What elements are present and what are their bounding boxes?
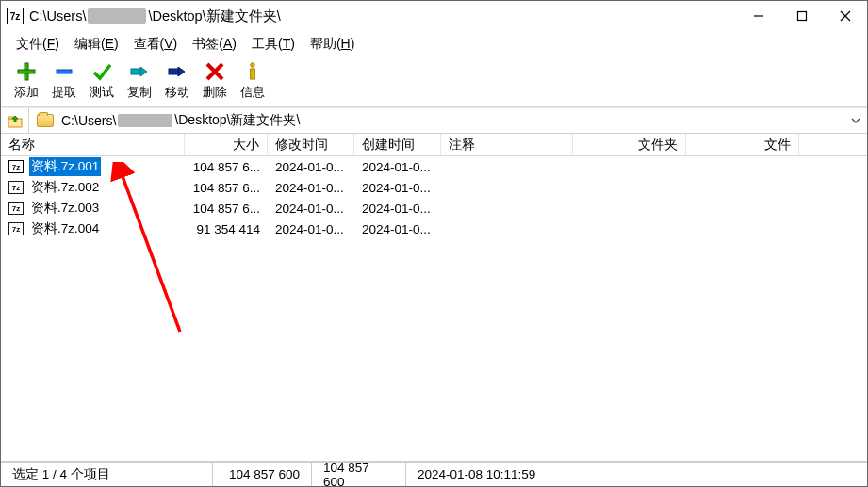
file-size: 104 857 6...	[185, 160, 268, 174]
window-controls	[737, 1, 867, 31]
toolbar-add[interactable]: 添加	[10, 61, 42, 101]
file-mtime: 2024-01-0...	[268, 222, 354, 236]
status-timestamp: 2024-01-08 10:11:59	[406, 463, 867, 486]
info-icon	[242, 61, 263, 82]
file-name: 资料.7z.001	[29, 157, 101, 176]
file-row[interactable]: 7z资料.7z.001104 857 6...2024-01-0...2024-…	[1, 156, 867, 177]
check-icon	[91, 61, 112, 82]
archive-file-icon: 7z	[8, 202, 24, 215]
location-suffix: \Desktop\新建文件夹\	[174, 112, 300, 129]
svg-rect-8	[169, 69, 178, 74]
file-size: 91 354 414	[185, 222, 268, 236]
file-ctime: 2024-01-0...	[354, 160, 441, 174]
file-row[interactable]: 7z资料.7z.00491 354 4142024-01-0...2024-01…	[1, 219, 867, 239]
file-mtime: 2024-01-0...	[268, 202, 354, 216]
location-redacted-user	[118, 114, 172, 127]
minimize-button[interactable]	[737, 1, 780, 31]
menu-file[interactable]: 文件(F)	[10, 34, 65, 55]
folder-icon	[37, 114, 54, 127]
toolbar-info[interactable]: 信息	[237, 61, 269, 101]
file-mtime: 2024-01-0...	[268, 181, 354, 195]
file-ctime: 2024-01-0...	[354, 181, 441, 195]
archive-file-icon: 7z	[8, 160, 24, 173]
toolbar-move-label: 移动	[165, 84, 189, 101]
chevron-down-icon	[851, 116, 860, 125]
file-ctime: 2024-01-0...	[354, 202, 441, 216]
svg-rect-1	[798, 12, 807, 21]
menu-help[interactable]: 帮助(H)	[304, 34, 360, 55]
menu-bookmark[interactable]: 书签(A)	[187, 34, 242, 55]
col-name[interactable]: 名称	[1, 134, 185, 155]
title-bar: 7z C:\Users\ \Desktop\新建文件夹\	[1, 1, 867, 31]
location-prefix: C:\Users\	[61, 113, 116, 128]
file-mtime: 2024-01-0...	[268, 160, 354, 174]
file-name: 资料.7z.002	[29, 178, 101, 197]
toolbar-delete[interactable]: 删除	[199, 61, 231, 101]
status-size1: 104 857 600	[213, 463, 312, 486]
archive-file-icon: 7z	[8, 222, 24, 235]
delete-x-icon	[205, 61, 225, 82]
location-dropdown[interactable]	[844, 108, 867, 133]
file-rows: 7z资料.7z.001104 857 6...2024-01-0...2024-…	[1, 156, 867, 461]
toolbar-extract[interactable]: 提取	[48, 61, 80, 101]
col-mtime[interactable]: 修改时间	[268, 134, 354, 155]
copy-arrow-icon	[129, 61, 150, 82]
file-list: 名称 大小 修改时间 创建时间 注释 文件夹 文件 7z资料.7z.001104…	[1, 134, 867, 462]
toolbar-info-label: 信息	[240, 84, 265, 101]
plus-icon	[16, 61, 37, 82]
col-comment[interactable]: 注释	[441, 134, 573, 155]
menu-edit[interactable]: 编辑(E)	[69, 34, 124, 55]
title-path-prefix: C:\Users\	[29, 8, 86, 24]
app-window: 7z C:\Users\ \Desktop\新建文件夹\ 文件(F) 编辑(E)…	[0, 0, 868, 487]
archive-file-icon: 7z	[8, 181, 24, 194]
svg-rect-7	[131, 69, 140, 74]
toolbar-add-label: 添加	[14, 84, 39, 101]
svg-rect-6	[57, 70, 72, 73]
svg-rect-5	[18, 70, 35, 73]
file-row[interactable]: 7z资料.7z.003104 857 6...2024-01-0...2024-…	[1, 198, 867, 219]
status-bar: 选定 1 / 4 个项目 104 857 600 104 857 600 202…	[1, 462, 867, 486]
menu-view[interactable]: 查看(V)	[128, 34, 184, 55]
svg-point-11	[251, 63, 254, 67]
title-redacted-user	[88, 8, 146, 24]
toolbar-copy-label: 复制	[127, 84, 152, 101]
toolbar-extract-label: 提取	[52, 84, 76, 101]
menu-tools[interactable]: 工具(T)	[246, 34, 301, 55]
file-ctime: 2024-01-0...	[354, 222, 441, 236]
toolbar-test-label: 测试	[90, 84, 114, 101]
location-bar: C:\Users\ \Desktop\新建文件夹\	[1, 107, 867, 134]
file-size: 104 857 6...	[185, 181, 268, 195]
column-headers: 名称 大小 修改时间 创建时间 注释 文件夹 文件	[1, 134, 867, 156]
toolbar-move[interactable]: 移动	[161, 61, 193, 101]
toolbar-copy[interactable]: 复制	[123, 61, 156, 101]
col-ctime[interactable]: 创建时间	[354, 134, 441, 155]
svg-rect-12	[251, 69, 255, 79]
close-button[interactable]	[824, 1, 867, 31]
file-row[interactable]: 7z资料.7z.002104 857 6...2024-01-0...2024-…	[1, 177, 867, 198]
toolbar-test[interactable]: 测试	[86, 61, 118, 101]
title-path-suffix: \Desktop\新建文件夹\	[148, 8, 280, 25]
nav-up-button[interactable]	[1, 108, 29, 133]
file-size: 104 857 6...	[185, 202, 268, 216]
file-name: 资料.7z.003	[29, 199, 101, 218]
maximize-button[interactable]	[780, 1, 824, 31]
toolbar-delete-label: 删除	[203, 84, 227, 101]
status-selection: 选定 1 / 4 个项目	[1, 463, 213, 486]
app-icon: 7z	[7, 8, 24, 24]
up-folder-icon	[7, 112, 24, 129]
col-size[interactable]: 大小	[185, 134, 268, 155]
status-size2: 104 857 600	[312, 463, 406, 486]
file-name: 资料.7z.004	[29, 219, 101, 238]
col-file[interactable]: 文件	[686, 134, 799, 155]
move-arrow-icon	[167, 61, 188, 82]
menu-bar: 文件(F) 编辑(E) 查看(V) 书签(A) 工具(T) 帮助(H)	[1, 31, 867, 57]
col-folder[interactable]: 文件夹	[573, 134, 686, 155]
location-path[interactable]: C:\Users\ \Desktop\新建文件夹\	[29, 108, 844, 133]
minus-icon	[54, 61, 74, 82]
toolbar: 添加 提取 测试 复制 移动	[1, 57, 867, 107]
